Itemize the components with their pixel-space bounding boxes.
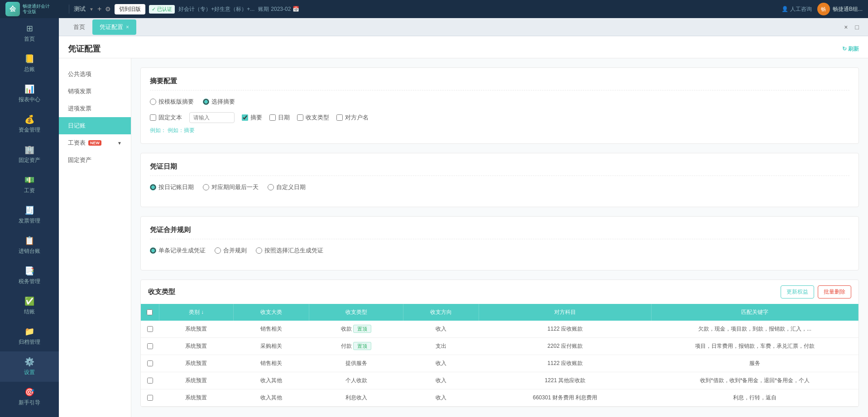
sidebar-item-guide[interactable]: 🎯 新手引导 xyxy=(0,382,59,412)
radio-period-last-input[interactable] xyxy=(203,184,209,190)
th-type: 收支类型 xyxy=(309,304,403,321)
left-nav-purchase-invoice[interactable]: 进项发票 xyxy=(59,100,131,117)
sidebar-item-closing[interactable]: ✅ 结账 xyxy=(0,291,59,321)
purchase-sales-icon: 📋 xyxy=(24,236,34,246)
checkbox-payment-type[interactable]: 收支类型 xyxy=(297,114,329,122)
gear-icon[interactable]: ⚙ xyxy=(105,5,111,13)
radio-single-record[interactable]: 单条记录生成凭证 xyxy=(150,246,206,255)
merge-rules-section: 凭证合并规则 单条记录生成凭证 合并规则 按照选择汇总生成凭证 xyxy=(140,216,859,270)
row-checkbox-2[interactable] xyxy=(147,360,153,366)
table-body: 系统预置 销售相关 收款 置顶 收入 1122 应收账款 欠款，现金，项目款，到… xyxy=(141,321,858,407)
radio-custom-date-input[interactable] xyxy=(268,184,274,190)
radio-single-record-input[interactable] xyxy=(150,247,156,254)
tab-home[interactable]: 首页 xyxy=(66,19,92,35)
td-major-2: 销售相关 xyxy=(233,355,309,372)
left-nav-payroll[interactable]: 工资表 NEW ▼ xyxy=(59,134,131,152)
table-row: 系统预置 销售相关 收款 置顶 收入 1122 应收账款 欠款，现金，项目款，到… xyxy=(141,321,858,338)
merge-rules-radio-group: 单条记录生成凭证 合并规则 按照选择汇总生成凭证 xyxy=(150,246,849,255)
td-direction-0: 收入 xyxy=(403,321,479,338)
service-icon: 👤 xyxy=(782,6,788,12)
radio-by-select[interactable]: 按照选择汇总生成凭证 xyxy=(256,246,323,255)
row-checkbox-1[interactable] xyxy=(147,343,153,349)
add-icon[interactable]: + xyxy=(97,5,101,13)
user-profile[interactable]: 畅 畅捷通B组... xyxy=(817,3,863,15)
radio-template-summary[interactable]: 按模板版摘要 xyxy=(150,98,194,106)
main-layout: ⊞ 首页 📒 总账 📊 报表中心 💰 资金管理 🏢 固定资产 💵 工资 🧾 发票… xyxy=(0,18,868,417)
td-account-0: 1122 应收账款 xyxy=(479,321,652,338)
radio-journal-date[interactable]: 按日记账日期 xyxy=(150,183,194,191)
payroll-arrow-icon: ▼ xyxy=(117,141,122,146)
sidebar-item-salary[interactable]: 💵 工资 xyxy=(0,170,59,200)
page-title-text: 凭证配置 xyxy=(68,43,101,54)
sidebar-item-ledger[interactable]: 📒 总账 xyxy=(0,48,59,79)
sidebar-item-fixed-assets[interactable]: 🏢 固定资产 xyxy=(0,139,59,170)
sidebar-item-purchase-sales[interactable]: 📋 进销台账 xyxy=(0,230,59,261)
select-all-checkbox[interactable] xyxy=(147,309,153,315)
refresh-button[interactable]: ↻ 刷新 xyxy=(842,45,859,53)
radio-merge-rule-input[interactable] xyxy=(215,247,221,254)
switch-version-button[interactable]: 切到旧版 xyxy=(115,4,145,14)
counterparty-checkbox[interactable] xyxy=(336,114,343,121)
batch-delete-button[interactable]: 批量删除 xyxy=(818,285,851,299)
summary-checkbox-row: 固定文本 摘要 日期 收支类型 xyxy=(150,112,849,123)
radio-select-summary[interactable]: 选择摘要 xyxy=(203,98,235,106)
left-nav-public[interactable]: 公共选项 xyxy=(59,66,131,83)
sidebar-item-invoice[interactable]: 🧾 发票管理 xyxy=(0,200,59,230)
refresh-icon: ↻ xyxy=(842,46,847,52)
radio-by-select-input[interactable] xyxy=(256,247,262,254)
payment-type-checkbox[interactable] xyxy=(297,114,303,121)
row-checkbox-0[interactable] xyxy=(147,326,153,332)
sidebar-label-funds: 资金管理 xyxy=(19,126,40,134)
left-nav-journal[interactable]: 日记账 xyxy=(59,117,131,134)
td-checkbox-1 xyxy=(141,338,159,355)
fixed-text-input[interactable] xyxy=(189,112,235,123)
radio-template-summary-input[interactable] xyxy=(150,99,156,105)
service-button[interactable]: 👤 人工咨询 xyxy=(782,5,812,13)
settings-icon: ⚙️ xyxy=(24,357,34,367)
sidebar-item-home[interactable]: ⊞ 首页 xyxy=(0,18,59,48)
workspace-name: 测试 xyxy=(74,5,86,13)
checkbox-counterparty[interactable]: 对方户名 xyxy=(336,114,369,122)
update-rights-button[interactable]: 更新权益 xyxy=(781,285,814,299)
fixed-text-checkbox[interactable] xyxy=(150,114,156,121)
workspace-arrow-icon[interactable]: ▼ xyxy=(89,7,94,12)
sidebar-item-funds[interactable]: 💰 资金管理 xyxy=(0,109,59,139)
fixed-assets-icon: 🏢 xyxy=(24,145,34,155)
date-checkbox[interactable] xyxy=(269,114,276,121)
radio-period-last[interactable]: 对应期间最后一天 xyxy=(203,183,259,191)
sidebar-item-settings[interactable]: ⚙️ 设置 xyxy=(0,351,59,382)
radio-journal-date-input[interactable] xyxy=(150,184,156,190)
tab-close-icon[interactable]: × xyxy=(126,24,129,30)
summary-checkbox[interactable] xyxy=(242,114,248,121)
left-nav-fixed-assets[interactable]: 固定资产 xyxy=(59,152,131,169)
left-nav: 公共选项 销项发票 进项发票 日记账 工资表 NEW ▼ 固定资产 xyxy=(59,58,131,417)
ledger-icon: 📒 xyxy=(24,54,34,64)
invoice-icon: 🧾 xyxy=(24,205,34,215)
reset-tag-0[interactable]: 置顶 xyxy=(353,325,371,333)
checkbox-summary[interactable]: 摘要 xyxy=(242,114,262,122)
radio-merge-rule[interactable]: 合并规则 xyxy=(215,246,247,255)
sidebar-item-reports[interactable]: 📊 报表中心 xyxy=(0,79,59,109)
sidebar-item-member[interactable]: 👑 畅会员 xyxy=(0,412,59,417)
radio-custom-date[interactable]: 自定义日期 xyxy=(268,183,306,191)
sidebar-item-archive[interactable]: 📁 归档管理 xyxy=(0,321,59,351)
checkbox-fixed-text[interactable]: 固定文本 xyxy=(150,114,182,122)
td-keywords-3: 收到*借款，收到*备用金，退回*备用金，个人 xyxy=(652,372,858,389)
sidebar-label-fixed-assets: 固定资产 xyxy=(19,156,40,164)
td-type-4: 利息收入 xyxy=(309,389,403,407)
tab-voucher-config[interactable]: 凭证配置 × xyxy=(92,19,136,35)
th-category[interactable]: 类别 ↓ xyxy=(159,304,233,321)
table-row: 系统预置 销售相关 提供服务 收入 1122 应收账款 服务 xyxy=(141,355,858,372)
radio-select-summary-input[interactable] xyxy=(203,99,209,105)
reset-tag-1[interactable]: 置顶 xyxy=(353,342,371,350)
window-expand-button[interactable]: □ xyxy=(854,22,861,33)
left-nav-sales-invoice[interactable]: 销项发票 xyxy=(59,83,131,100)
window-close-button[interactable]: × xyxy=(842,22,849,33)
calendar-icon[interactable]: 📅 xyxy=(293,6,299,12)
sidebar-label-guide: 新手引导 xyxy=(19,399,40,407)
row-checkbox-3[interactable] xyxy=(147,378,153,384)
row-checkbox-4[interactable] xyxy=(147,395,153,401)
checkbox-date[interactable]: 日期 xyxy=(269,114,290,122)
sidebar-item-tax[interactable]: 📑 税务管理 xyxy=(0,261,59,291)
voucher-date-title: 凭证日期 xyxy=(150,162,849,176)
